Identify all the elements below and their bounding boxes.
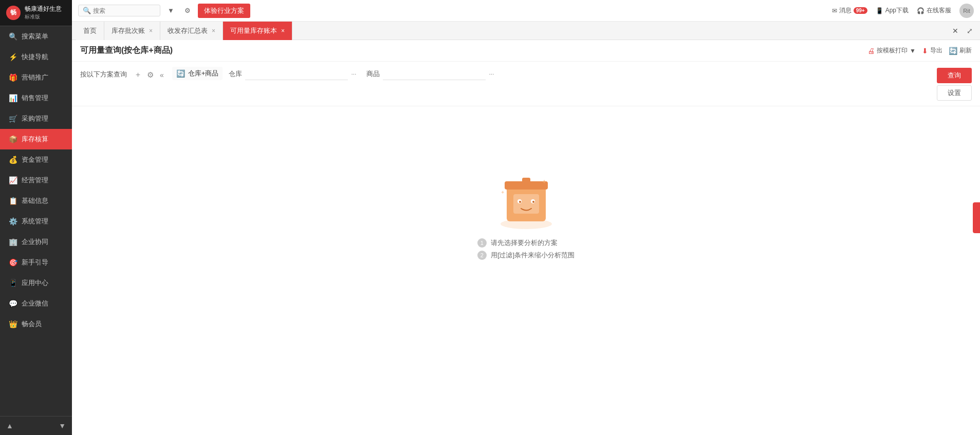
empty-tips: 1 请先选择要分析的方案 2 用[过滤]条件来缩小分析范围 [477,238,575,260]
query-button[interactable]: 查询 [937,68,972,83]
refresh-label: 刷新 [959,46,972,55]
sidebar-item-label: 畅会员 [22,319,42,329]
tip-text-2: 用[过滤]条件来缩小分析范围 [491,251,575,260]
export-button[interactable]: ⬇ 导出 [922,46,942,55]
filter-buttons: 查询 设置 [937,67,972,101]
settings-button[interactable]: 设置 [937,85,972,101]
empty-svg: ✦ ✦ [495,168,557,230]
tab-recv-summary[interactable]: 收发存汇总表 × [160,22,223,40]
sidebar-item-quick[interactable]: ⚡ 快捷导航 [0,47,72,67]
sidebar-logo: 畅 [6,6,21,20]
sidebar-item-wechat[interactable]: 💬 企业微信 [0,293,72,314]
sidebar-item-sales[interactable]: 📊 销售管理 [0,88,72,108]
svg-text:✦: ✦ [542,178,547,185]
print-template-button[interactable]: 🖨 按模板打印 ▼ [867,46,916,55]
global-search[interactable]: 🔍 [78,5,160,16]
edit-scheme-button[interactable]: ⚙ [146,69,155,81]
svg-text:✦: ✦ [501,190,505,195]
print-dropdown-icon: ▼ [910,47,916,54]
sidebar-header: 畅 畅康通好生意 标准版 [0,0,72,26]
filter-actions: ＋ ⚙ « [133,67,166,81]
tab-expand-button[interactable]: ⤢ [964,25,976,37]
page-content: 可用量查询(按仓库+商品) 🖨 按模板打印 ▼ ⬇ 导出 🔄 刷新 按以下方 [72,40,980,435]
crown-icon: 👑 [8,320,17,328]
refresh-button[interactable]: 🔄 刷新 [949,46,972,55]
sidebar-item-enterprise[interactable]: 🏢 企业协同 [0,232,72,252]
settings-icon-btn[interactable]: ⚙ [181,5,194,16]
industry-solution-button[interactable]: 体验行业方案 [198,4,250,18]
sidebar-item-system[interactable]: ⚙️ 系统管理 [0,211,72,232]
right-edge-handle[interactable] [973,202,980,233]
goods-more-btn[interactable]: ··· [489,70,494,78]
tab-home[interactable]: 首页 [76,22,104,40]
collapse-filter-button[interactable]: « [158,70,166,80]
tab-close-batch-account[interactable]: × [147,28,153,34]
page-title-bar: 可用量查询(按仓库+商品) 🖨 按模板打印 ▼ ⬇ 导出 🔄 刷新 [72,40,980,62]
warehouse-field: 仓库 ··· [229,68,356,80]
user-avatar-btn[interactable]: Rit [959,4,974,18]
message-badge: 99+ [854,7,867,14]
filter-scheme: 🔄 仓库+商品 [172,67,223,80]
sidebar-item-search[interactable]: 🔍 搜索菜单 [0,26,72,47]
goods-input[interactable] [383,68,486,80]
phone-icon: 📱 [876,7,883,14]
sidebar-badge: 标准版 [25,13,62,21]
scheme-icon: 🔄 [176,69,185,78]
app-download-btn[interactable]: 📱 App下载 [876,6,909,15]
add-scheme-button[interactable]: ＋ [133,69,143,81]
sidebar-item-label: 系统管理 [22,217,48,226]
tab-label: 可用量库存账本 [230,26,277,35]
search-input[interactable] [93,7,144,14]
header-right: ✉ 消息 99+ 📱 App下载 🎧 在线客服 Rit [832,4,974,18]
filter-label: 按以下方案查询 [80,67,127,79]
tab-close-recv-summary[interactable]: × [210,28,215,34]
app-icon: 📱 [8,279,17,287]
sidebar-item-label: 资金管理 [22,155,48,164]
scheme-warehouse-goods[interactable]: 🔄 仓库+商品 [172,67,223,80]
sidebar-item-label: 销售管理 [22,93,48,103]
tab-batch-account[interactable]: 库存批次账 × [104,22,160,40]
empty-tip-1: 1 请先选择要分析的方案 [477,238,575,248]
sidebar-scroll-up[interactable]: ▲ [4,421,15,431]
sidebar-item-label: 快捷导航 [22,52,48,62]
sales-icon: 📊 [8,94,17,102]
tab-available-ledger[interactable]: 可用量库存账本 × [223,22,292,40]
sidebar-nav: 🔍 搜索菜单 ⚡ 快捷导航 🎁 营销推广 📊 销售管理 🛒 采购管理 📦 库存核… [0,26,72,416]
cart-icon: 🛒 [8,115,17,123]
sidebar-item-appstore[interactable]: 📱 应用中心 [0,273,72,293]
warehouse-input[interactable] [245,68,348,80]
warehouse-more-btn[interactable]: ··· [351,70,356,78]
goods-field: 商品 ··· [366,68,494,80]
tab-close-available-ledger[interactable]: × [279,28,285,34]
svg-rect-8 [522,178,530,183]
tab-label: 收发存汇总表 [168,26,208,35]
sidebar-item-marketing[interactable]: 🎁 营销推广 [0,67,72,88]
tab-close-all-button[interactable]: ✕ [949,25,961,37]
online-service-btn[interactable]: 🎧 在线客服 [917,6,951,15]
sidebar-item-newbie[interactable]: 🎯 新手引导 [0,252,72,273]
sidebar-item-label: 企业微信 [22,299,48,308]
sidebar-item-member[interactable]: 👑 畅会员 [0,314,72,334]
dropdown-btn[interactable]: ▼ [164,5,177,16]
message-icon: ✉ [832,7,837,14]
message-label: 消息 [839,6,852,15]
service-icon: 🎧 [917,7,924,14]
sidebar-item-purchase[interactable]: 🛒 采购管理 [0,108,72,129]
empty-illustration: ✦ ✦ [495,168,557,230]
sidebar-item-basic[interactable]: 📋 基础信息 [0,191,72,211]
sidebar-item-label: 库存核算 [22,135,48,144]
operations-icon: 📈 [8,176,17,184]
tab-bar-right: ✕ ⤢ [949,25,976,37]
tip-text-1: 请先选择要分析的方案 [491,238,558,248]
sidebar-item-inventory[interactable]: 📦 库存核算 [0,129,72,149]
sidebar-scroll-down[interactable]: ▼ [57,421,68,431]
gift-icon: 🎁 [8,73,17,82]
newbie-icon: 🎯 [8,258,17,267]
sidebar-item-finance[interactable]: 💰 资金管理 [0,149,72,170]
message-btn[interactable]: ✉ 消息 99+ [832,6,867,15]
top-header: 🔍 ▼ ⚙ 体验行业方案 ✉ 消息 99+ 📱 App下载 🎧 在线客服 Ri [72,0,980,22]
export-icon: ⬇ [922,47,928,55]
sidebar-item-operations[interactable]: 📈 经营管理 [0,170,72,191]
sidebar-item-label: 应用中心 [22,278,48,288]
avatar-text: Rit [963,8,970,14]
